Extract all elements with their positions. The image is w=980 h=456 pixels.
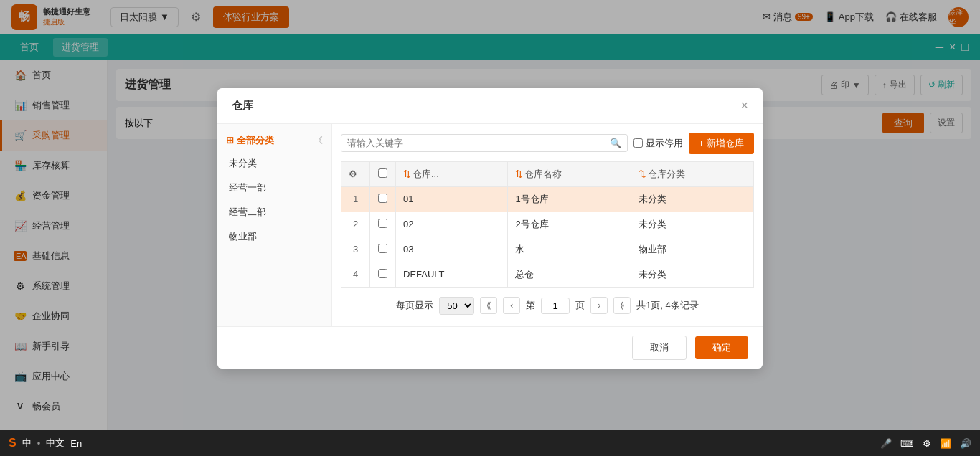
row-category: 物业部 [631, 237, 753, 262]
modal-main: 🔍 显示停用 + 新增仓库 ⚙ [332, 124, 763, 326]
table-header: ⚙ ⇅仓库... ⇅仓库名称 ⇅仓库分类 [341, 161, 754, 186]
search-input-wrap: 🔍 [341, 134, 628, 152]
modal-category-sidebar: ⊞ 全部分类 《 未分类 经营一部 经营二部 物业部 [217, 124, 332, 326]
show-disabled-label[interactable]: 显示停用 [633, 137, 683, 150]
mic-icon[interactable]: 🎤 [880, 438, 892, 449]
col-name: ⇅仓库名称 [508, 161, 631, 186]
row-code: 03 [396, 237, 508, 262]
modal-toolbar: 🔍 显示停用 + 新增仓库 [341, 133, 754, 154]
col-category: ⇅仓库分类 [631, 161, 753, 186]
row-number: 1 [341, 186, 370, 212]
modal-category-unclassified[interactable]: 未分类 [217, 151, 331, 176]
modal-close-btn[interactable]: × [740, 98, 748, 113]
row-name: 水 [508, 237, 631, 262]
table-row[interactable]: 2 02 2号仓库 未分类 [341, 212, 754, 237]
cancel-btn[interactable]: 取消 [632, 336, 687, 360]
row-name: 2号仓库 [508, 212, 631, 237]
page-unit: 页 [575, 299, 585, 312]
add-warehouse-btn[interactable]: + 新增仓库 [689, 133, 754, 154]
col-checkbox [370, 161, 396, 186]
gear-icon: ⚙ [349, 168, 357, 179]
row-category: 未分类 [631, 262, 753, 287]
col-code: ⇅仓库... [396, 161, 508, 186]
warehouse-modal: 仓库 × ⊞ 全部分类 《 未分类 经营一部 经营二部 物业部 [217, 88, 763, 369]
prev-page-btn[interactable]: ‹ [503, 297, 520, 314]
modal-category-property[interactable]: 物业部 [217, 224, 331, 249]
modal-body: ⊞ 全部分类 《 未分类 经营一部 经营二部 物业部 🔍 [217, 124, 763, 326]
modal-header: 仓库 × [217, 88, 763, 124]
grid-icon: ⊞ [226, 135, 234, 146]
search-icon: 🔍 [610, 138, 621, 148]
total-info: 共1页, 4条记录 [636, 299, 699, 312]
per-page-label: 每页显示 [396, 299, 433, 312]
row-checkbox[interactable] [378, 269, 387, 278]
page-input[interactable] [541, 298, 570, 314]
table-row[interactable]: 1 01 1号仓库 未分类 [341, 186, 754, 212]
row-category: 未分类 [631, 212, 753, 237]
row-name: 总仓 [508, 262, 631, 287]
brand-bottom-icon: S [9, 437, 17, 450]
lang-cn-full[interactable]: 中文 [46, 437, 65, 450]
modal-overlay: 仓库 × ⊞ 全部分类 《 未分类 经营一部 经营二部 物业部 [0, 0, 980, 456]
table-row[interactable]: 3 03 水 物业部 [341, 237, 754, 262]
table-body: 1 01 1号仓库 未分类 2 02 2号仓库 [341, 186, 754, 287]
sort-icon-name: ⇅ [515, 168, 523, 179]
modal-category-ops1[interactable]: 经营一部 [217, 176, 331, 200]
volume-icon[interactable]: 🔊 [960, 438, 971, 449]
modal-sidebar-header: ⊞ 全部分类 《 [217, 130, 331, 151]
row-number: 2 [341, 212, 370, 237]
sort-icon-cat: ⇅ [639, 168, 646, 179]
modal-title: 仓库 [232, 99, 253, 113]
row-category: 未分类 [631, 186, 753, 212]
next-page-btn[interactable]: › [590, 297, 608, 314]
pagination-bar: 每页显示 50 ⟪ ‹ 第 页 › ⟫ 共1页, 4条记录 [341, 288, 754, 318]
sort-icon: ⇅ [403, 168, 411, 179]
row-number: 4 [341, 262, 370, 287]
row-code: DEFAULT [396, 262, 508, 287]
row-code: 02 [396, 212, 508, 237]
last-page-btn[interactable]: ⟫ [613, 297, 631, 314]
per-page-select[interactable]: 50 [439, 297, 474, 315]
confirm-btn[interactable]: 确定 [695, 336, 748, 359]
row-number: 3 [341, 237, 370, 262]
table-container: ⚙ ⇅仓库... ⇅仓库名称 ⇅仓库分类 1 01 [341, 161, 754, 288]
row-code: 01 [396, 186, 508, 212]
col-gear: ⚙ [341, 161, 370, 186]
lang-cn[interactable]: 中 [22, 437, 32, 450]
search-input[interactable] [347, 138, 607, 148]
network-icon[interactable]: 📶 [940, 438, 951, 449]
row-checkbox[interactable] [378, 244, 387, 253]
modal-category-ops2[interactable]: 经营二部 [217, 200, 331, 224]
row-checkbox[interactable] [378, 194, 387, 203]
bottom-bar: S 中 • 中文 En 🎤 ⌨ ⚙ 📶 🔊 [0, 430, 980, 456]
table-row[interactable]: 4 DEFAULT 总仓 未分类 [341, 262, 754, 287]
settings-tray-icon[interactable]: ⚙ [923, 438, 931, 449]
row-checkbox[interactable] [378, 219, 387, 228]
row-name: 1号仓库 [508, 186, 631, 212]
dot-separator: • [37, 438, 41, 449]
collapse-icon[interactable]: 《 [314, 134, 323, 147]
select-all-checkbox[interactable] [378, 168, 387, 178]
warehouse-table: ⚙ ⇅仓库... ⇅仓库名称 ⇅仓库分类 1 01 [341, 161, 754, 288]
first-page-btn[interactable]: ⟪ [480, 297, 497, 314]
keyboard-icon[interactable]: ⌨ [900, 438, 914, 449]
modal-footer: 取消 确定 [217, 326, 763, 369]
lang-en[interactable]: En [70, 438, 82, 449]
page-label: 第 [526, 299, 535, 312]
show-disabled-checkbox[interactable] [633, 138, 643, 148]
modal-all-category[interactable]: ⊞ 全部分类 [226, 134, 274, 147]
